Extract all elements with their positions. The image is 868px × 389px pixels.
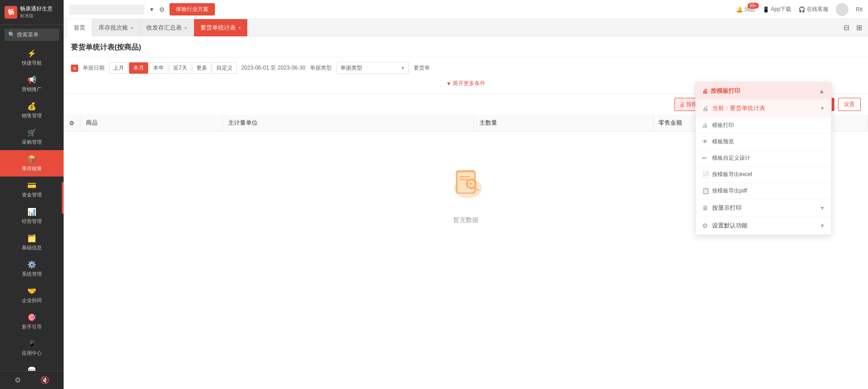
marketing-icon: 📢 bbox=[27, 76, 36, 84]
sidebar-item-finance[interactable]: 💳 资金管理 bbox=[0, 177, 64, 203]
notification-button[interactable]: 🔔 消息 99+ bbox=[736, 5, 755, 13]
sidebar-item-operation[interactable]: 📊 经营管理 bbox=[0, 203, 64, 229]
print-dropdown-current-item[interactable]: 🖨 当前：要货单统计表 ▼ bbox=[696, 100, 831, 117]
template-preview-icon: 👁 bbox=[702, 138, 708, 145]
tab-maximize-button[interactable]: ⊞ bbox=[853, 22, 864, 33]
date-btn-this-year[interactable]: 本年 bbox=[149, 62, 168, 74]
template-design-icon: ✏ bbox=[702, 155, 707, 162]
sidebar-item-apps[interactable]: 📱 应用中心 bbox=[0, 335, 64, 361]
col-quantity: 主数量 bbox=[474, 115, 653, 131]
date-btn-this-month[interactable]: 本月 bbox=[129, 62, 148, 74]
doc-type-select[interactable]: 单据类型 ▼ bbox=[336, 62, 409, 74]
logo-text: 畅康通好生意 标准版 bbox=[20, 5, 53, 19]
finance-icon: 💳 bbox=[27, 181, 36, 190]
topbar-right: 🔔 消息 99+ 📱 App下载 🎧 在线客服 Rit bbox=[736, 3, 863, 16]
tab-order-stats[interactable]: 要货单统计表 × bbox=[194, 19, 248, 36]
sidebar-item-purchase[interactable]: 🛒 采购管理 bbox=[0, 124, 64, 150]
logo-icon: 畅 bbox=[5, 6, 17, 19]
quick-nav-icon: ⚡ bbox=[27, 49, 36, 58]
sidebar-logo: 畅 畅康通好生意 标准版 bbox=[0, 0, 64, 25]
sidebar-item-system[interactable]: ⚙️ 系统管理 bbox=[0, 256, 64, 282]
tabbar: 首页 库存批次账 × 收发存汇总表 × 要货单统计表 × ⊟ ⊞ bbox=[64, 19, 868, 36]
print-dropdown-menu: 🖨 按模板打印 ▲ 🖨 当前：要货单统计表 ▼ 🖨 模板打印 👁 模板预览 bbox=[695, 82, 832, 235]
tab-collection-close[interactable]: × bbox=[184, 25, 187, 30]
expand-chevron-icon: ▼ bbox=[446, 81, 452, 87]
print-dropdown-item-template-design[interactable]: ✏ 模板自定义设计 bbox=[696, 150, 831, 167]
date-btn-more[interactable]: 更多 bbox=[192, 62, 211, 74]
settings-button[interactable]: 设置 bbox=[838, 98, 861, 111]
gear-col-icon[interactable]: ⚙ bbox=[69, 120, 75, 126]
date-btn-7days[interactable]: 近7天 bbox=[169, 62, 191, 74]
sales-icon: 💰 bbox=[27, 102, 36, 111]
tab-minimize-button[interactable]: ⊟ bbox=[841, 22, 852, 33]
date-options-group: 上月 本月 本年 近7天 更多 自定义 bbox=[109, 62, 237, 74]
sidebar-item-inventory[interactable]: 📦 库存核算 bbox=[0, 150, 64, 177]
bell-icon: 🔔 bbox=[736, 6, 743, 13]
tab-collection[interactable]: 收发存汇总表 × bbox=[140, 19, 194, 36]
print-dropdown-item-template-print[interactable]: 🖨 模板打印 bbox=[696, 117, 831, 134]
date-btn-custom[interactable]: 自定义 bbox=[212, 62, 237, 74]
topbar-search-input[interactable] bbox=[69, 5, 145, 15]
notification-badge: 99+ bbox=[748, 3, 759, 9]
settings-bottom-icon[interactable]: ⚙ bbox=[15, 376, 21, 384]
online-service-button[interactable]: 🎧 在线客服 bbox=[798, 5, 828, 13]
col-gear: ⚙ bbox=[64, 115, 80, 131]
print-dropdown-item-template-preview[interactable]: 👁 模板预览 bbox=[696, 134, 831, 150]
sidebar-item-basic[interactable]: 🗂️ 基础信息 bbox=[0, 229, 64, 256]
operation-icon: 📊 bbox=[27, 207, 36, 216]
inventory-icon: 📦 bbox=[27, 155, 36, 163]
sidebar-item-marketing[interactable]: 📢 营销推广 bbox=[0, 71, 64, 97]
doc-type-arrow-icon: ▼ bbox=[400, 66, 405, 71]
tab-batch-close[interactable]: × bbox=[130, 25, 133, 30]
sidebar-item-wechat[interactable]: 💬 企业微信 bbox=[0, 361, 64, 371]
headset-icon: 🎧 bbox=[798, 6, 805, 13]
print-dropdown-item-display-print[interactable]: 🖥 按显示打印 ▼ bbox=[696, 199, 831, 217]
empty-text: 暂无数据 bbox=[453, 216, 479, 224]
template-print-icon: 🖨 bbox=[702, 122, 708, 129]
sidebar-item-quick[interactable]: ⚡ 快捷导航 bbox=[0, 45, 64, 71]
page-title: 要货单统计表(按商品) bbox=[71, 43, 861, 52]
default-func-icon: ⚙ bbox=[702, 222, 708, 229]
doc-type-label: 单据类型 bbox=[310, 64, 332, 72]
filter-row-1: ≡ 单据日期 上月 本月 本年 近7天 更多 自定义 2023-06-01 至 … bbox=[71, 62, 861, 74]
page-header: 要货单统计表(按商品) bbox=[64, 36, 868, 57]
current-item-arrow: ▼ bbox=[820, 106, 825, 111]
main-area: ▼ ⚙ 体验行业方案 🔔 消息 99+ 📱 App下载 🎧 在线客服 Rit 首… bbox=[64, 0, 868, 389]
username-label[interactable]: Rit bbox=[856, 6, 863, 13]
page-content: 要货单统计表(按商品) ≡ 单据日期 上月 本月 本年 近7天 更多 自定义 2… bbox=[64, 36, 868, 389]
col-unit: 主计量单位 bbox=[223, 115, 474, 131]
print-dropdown-printer-icon: 🖨 bbox=[702, 88, 708, 95]
purchase-icon: 🛒 bbox=[27, 128, 36, 137]
display-print-arrow: ▼ bbox=[820, 205, 825, 211]
user-avatar[interactable] bbox=[836, 3, 848, 16]
apps-icon: 📱 bbox=[27, 339, 36, 348]
tab-home[interactable]: 首页 bbox=[67, 19, 92, 36]
trial-button[interactable]: 体验行业方案 bbox=[170, 3, 215, 15]
tab-order-stats-close[interactable]: × bbox=[238, 25, 241, 30]
sidebar-item-sales[interactable]: 💰 销售管理 bbox=[0, 97, 64, 124]
filter-expand-icon[interactable]: ≡ bbox=[71, 65, 78, 72]
app-download-button[interactable]: 📱 App下载 bbox=[763, 5, 791, 13]
print-dropdown-item-default-func[interactable]: ⚙ 设置默认功能 ▼ bbox=[696, 217, 831, 235]
app-icon: 📱 bbox=[763, 6, 769, 13]
date-btn-last-month[interactable]: 上月 bbox=[109, 62, 128, 74]
print-dropdown-item-export-excel[interactable]: 📄 按模板导出excel bbox=[696, 167, 831, 183]
print-dropdown-title: 🖨 按模板打印 bbox=[702, 87, 740, 95]
expand-more-btn[interactable]: ▼ 展开更多条件 bbox=[446, 80, 486, 87]
print-dropdown-close-button[interactable]: ▲ bbox=[818, 87, 825, 95]
topbar-gear-icon[interactable]: ⚙ bbox=[159, 6, 165, 13]
sidebar-item-guide[interactable]: 🎯 新手引导 bbox=[0, 308, 64, 335]
tab-window-controls: ⊟ ⊞ bbox=[841, 22, 864, 33]
mute-bottom-icon[interactable]: 🔇 bbox=[40, 376, 50, 384]
sidebar-item-corp[interactable]: 🤝 企业协同 bbox=[0, 282, 64, 308]
sidebar-search-container: 🔍 搜索菜单 bbox=[0, 25, 64, 45]
empty-svg-icon bbox=[443, 159, 489, 204]
topbar: ▼ ⚙ 体验行业方案 🔔 消息 99+ 📱 App下载 🎧 在线客服 Rit bbox=[64, 0, 868, 19]
display-print-icon: 🖥 bbox=[702, 204, 708, 212]
print-dropdown-item-export-pdf[interactable]: 📋 按模板导出pdf bbox=[696, 183, 831, 199]
topbar-dropdown-arrow[interactable]: ▼ bbox=[149, 6, 155, 13]
system-icon: ⚙️ bbox=[27, 260, 36, 269]
current-item-icon: 🖨 bbox=[702, 105, 708, 112]
sidebar-search-button[interactable]: 🔍 搜索菜单 bbox=[5, 29, 59, 41]
tab-batch[interactable]: 库存批次账 × bbox=[92, 19, 140, 36]
